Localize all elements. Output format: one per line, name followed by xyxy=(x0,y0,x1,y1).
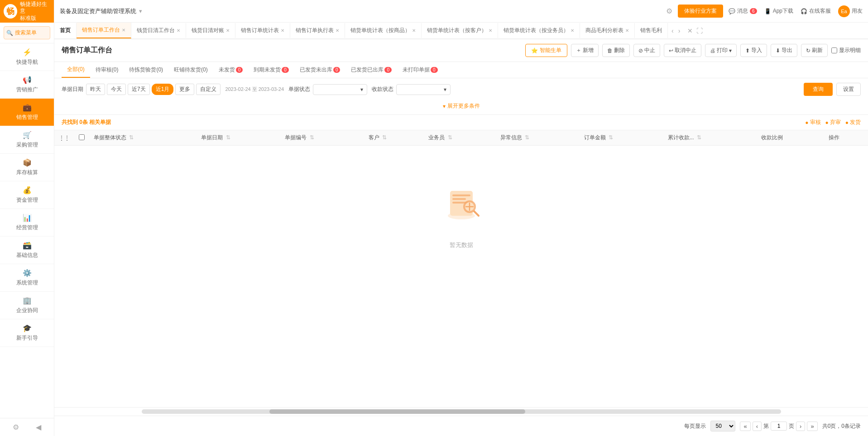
tabs-close-icon[interactable]: ✕ xyxy=(686,26,694,35)
sort-date-icon[interactable]: ⇅ xyxy=(226,134,230,141)
filter-collect-select[interactable]: ▾ xyxy=(396,84,451,95)
sidebar-item-purchase[interactable]: 🛒 采购管理 xyxy=(0,126,54,154)
tab-close-customer[interactable]: ✕ xyxy=(489,28,492,33)
industry-solution-button[interactable]: 体验行业方案 xyxy=(678,5,723,18)
tab-sales-workbench[interactable]: 销售订单工作台 ✕ xyxy=(77,23,131,38)
tab-sales-profit[interactable]: 销售毛利 xyxy=(635,23,668,38)
tab-cash-clear[interactable]: 钱货日清工作台 ✕ xyxy=(131,23,186,38)
query-button[interactable]: 查询 xyxy=(804,83,833,96)
select-all-checkbox[interactable] xyxy=(79,134,85,140)
pagination-first-button[interactable]: « xyxy=(740,422,750,431)
horizontal-scrollbar-thumb[interactable] xyxy=(269,409,525,414)
sidebar-item-finance[interactable]: 💰 资金管理 xyxy=(0,181,54,209)
filter-status-select[interactable]: ▾ xyxy=(313,84,367,95)
sidebar-item-enterprise[interactable]: 🏢 企业协同 xyxy=(0,292,54,319)
print-button[interactable]: 🖨 打印 ▾ xyxy=(705,44,737,57)
app-download-button[interactable]: 📱 App下载 xyxy=(764,7,793,15)
horizontal-scrollbar-track[interactable] xyxy=(142,409,781,414)
sub-tab-not-shipped[interactable]: 未发货0 xyxy=(213,62,249,77)
cancel-stop-button[interactable]: ↩ 取消中止 xyxy=(664,44,701,57)
pagination-last-button[interactable]: » xyxy=(807,422,817,431)
sub-tab-wangpu[interactable]: 旺铺待发货(0) xyxy=(168,62,213,77)
tab-sales-summary-staff[interactable]: 销货单统计表（按业务员） ✕ xyxy=(498,23,580,38)
sub-tab-pending-inspect[interactable]: 待拣货验货(0) xyxy=(124,62,168,77)
stop-button[interactable]: ⊘ 中止 xyxy=(633,44,660,57)
table-scroll-container[interactable]: ⋮⋮ 单据整体状态 ⇅ 单据日期 ⇅ xyxy=(54,130,868,146)
tab-home[interactable]: 首页 xyxy=(54,23,77,38)
filter-date-custom[interactable]: 自定义 xyxy=(196,84,221,95)
user-menu-button[interactable]: Ea 用友 xyxy=(838,5,863,17)
tab-close-staff[interactable]: ✕ xyxy=(571,28,574,33)
setting-button[interactable]: 设置 xyxy=(836,83,861,96)
batch-dismiss-button[interactable]: ● 弃审 xyxy=(825,118,841,126)
refresh-button[interactable]: ↻ 刷新 xyxy=(801,44,828,57)
tab-sales-summary-product[interactable]: 销货单统计表（按商品） ✕ xyxy=(345,23,422,38)
sort-status-icon[interactable]: ⇅ xyxy=(129,134,134,141)
pagination-page-input[interactable] xyxy=(771,422,787,431)
sidebar-item-guide[interactable]: 🎓 新手引导 xyxy=(0,319,54,347)
tab-sales-stat[interactable]: 销售订单统计表 ✕ xyxy=(235,23,290,38)
batch-audit-button[interactable]: ● 审核 xyxy=(805,118,820,126)
smart-create-button[interactable]: ⭐ 智能生单 xyxy=(525,44,567,57)
tab-gross-margin[interactable]: 商品毛利分析表 ✕ xyxy=(580,23,635,38)
batch-ship-button[interactable]: ● 发货 xyxy=(845,118,861,126)
online-service-button[interactable]: 🎧 在线客服 xyxy=(801,7,831,15)
sidebar-item-inventory[interactable]: 📦 库存核算 xyxy=(0,154,54,181)
sidebar-item-quick-nav[interactable]: ⚡ 快捷导航 xyxy=(0,43,54,71)
pagination-buttons: « ‹ 第 页 › » xyxy=(740,422,817,431)
sort-abnormal-icon[interactable]: ⇅ xyxy=(525,134,529,141)
filter-date-more[interactable]: 更多 xyxy=(175,84,194,95)
tab-close-sales-workbench[interactable]: ✕ xyxy=(122,28,125,33)
sidebar-settings-icon[interactable]: ⚙ xyxy=(13,423,19,431)
sub-tab-not-printed[interactable]: 未打印单据0 xyxy=(397,62,443,77)
message-button[interactable]: 💬 消息 6 xyxy=(729,7,757,15)
tab-close-sales-exec[interactable]: ✕ xyxy=(336,28,339,33)
import-button[interactable]: ⬆ 导入 xyxy=(740,44,767,57)
topbar-dropdown-arrow[interactable]: ▾ xyxy=(139,8,142,14)
add-button[interactable]: ＋ 新增 xyxy=(571,44,599,57)
tab-close-product[interactable]: ✕ xyxy=(412,28,416,33)
filter-date-yesterday[interactable]: 昨天 xyxy=(86,84,105,95)
tabs-scroll-left-icon[interactable]: ‹ xyxy=(670,26,676,35)
horizontal-scrollbar-area[interactable] xyxy=(54,407,868,416)
tab-close-cash-clear[interactable]: ✕ xyxy=(177,28,180,33)
tabs-scroll-right-icon[interactable]: › xyxy=(676,26,682,35)
pagination-next-button[interactable]: › xyxy=(796,422,805,431)
filter-date-7days[interactable]: 近7天 xyxy=(128,84,150,95)
sort-customer-icon[interactable]: ⇅ xyxy=(382,134,387,141)
search-menu-button[interactable]: 🔍 搜索菜单 xyxy=(4,26,50,39)
delete-button[interactable]: 🗑 删除 xyxy=(602,44,630,57)
sidebar-collapse-icon[interactable]: ◀ xyxy=(36,423,41,431)
sidebar-item-marketing[interactable]: 📢 营销推广 xyxy=(0,71,54,99)
tab-sales-exec[interactable]: 销售订单执行表 ✕ xyxy=(290,23,345,38)
sub-tab-all[interactable]: 全部(0) xyxy=(62,62,90,78)
filter-date-today[interactable]: 今天 xyxy=(107,84,126,95)
sidebar-item-sales[interactable]: 💼 销售管理 xyxy=(0,99,54,126)
sort-staff-icon[interactable]: ⇅ xyxy=(448,134,452,141)
topbar-gear-icon[interactable]: ⚙ xyxy=(666,7,672,15)
tab-sales-summary-customer[interactable]: 销货单统计表（按客户） ✕ xyxy=(422,23,498,38)
sub-tab-pending-audit[interactable]: 待审核(0) xyxy=(90,62,124,77)
sidebar-item-operations[interactable]: 📊 经营管理 xyxy=(0,209,54,237)
sub-tab-shipped-not-out[interactable]: 已发货未出库0 xyxy=(294,62,346,77)
sidebar-item-system[interactable]: ⚙️ 系统管理 xyxy=(0,264,54,292)
show-detail-checkbox-label[interactable]: 显示明细 xyxy=(831,47,861,54)
tabs-expand-icon[interactable]: ⛶ xyxy=(695,26,704,35)
tab-close-cash-goods[interactable]: ✕ xyxy=(226,28,230,33)
sort-number-icon[interactable]: ⇅ xyxy=(310,134,314,141)
table-top-actions: ● 审核 ● 弃审 ● 发货 xyxy=(805,118,861,126)
sort-amount-icon[interactable]: ⇅ xyxy=(609,134,613,141)
per-page-select[interactable]: 10 20 50 100 xyxy=(710,421,735,431)
sub-tab-overdue-not-shipped[interactable]: 到期未发货0 xyxy=(248,62,294,77)
sidebar-item-base-info[interactable]: 🗃️ 基础信息 xyxy=(0,237,54,264)
filter-expand-button[interactable]: ▾ 展开更多条件 xyxy=(443,102,480,110)
sub-tab-shipped-out[interactable]: 已发货已出库0 xyxy=(345,62,397,77)
show-detail-checkbox[interactable] xyxy=(831,47,837,53)
tab-cash-goods[interactable]: 钱货日清对账 ✕ xyxy=(186,23,235,38)
pagination-prev-button[interactable]: ‹ xyxy=(753,422,762,431)
tab-close-sales-stat[interactable]: ✕ xyxy=(281,28,284,33)
filter-date-1month[interactable]: 近1月 xyxy=(152,84,174,95)
export-button[interactable]: ⬇ 导出 xyxy=(771,44,797,57)
sort-collected-icon[interactable]: ⇅ xyxy=(697,134,701,141)
tab-close-gross-margin[interactable]: ✕ xyxy=(625,28,629,33)
